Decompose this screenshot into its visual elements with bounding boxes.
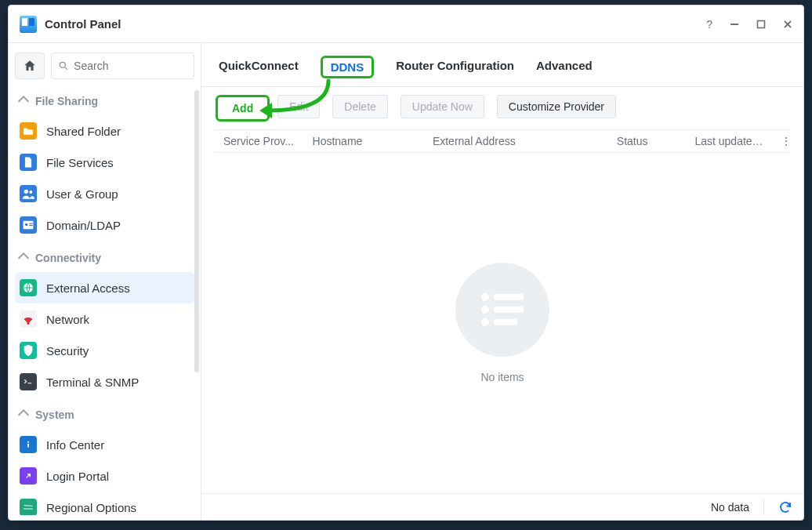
sidebar-item-network[interactable]: Network (15, 303, 194, 335)
info-icon (20, 436, 37, 453)
sidebar-item-user-group[interactable]: User & Group (15, 178, 194, 209)
svg-point-4 (29, 191, 32, 194)
sidebar-item-label: Terminal & SNMP (46, 376, 139, 389)
sidebar-item-domain-ldap[interactable]: Domain/LDAP (15, 209, 194, 241)
maximize-button[interactable] (756, 20, 766, 29)
svg-rect-22 (494, 319, 517, 325)
svg-rect-11 (23, 377, 34, 387)
sidebar-item-label: External Access (46, 281, 130, 295)
id-card-icon (20, 216, 37, 234)
section-label: Connectivity (35, 252, 101, 264)
sidebar-item-label: User & Group (46, 187, 118, 201)
col-external-address[interactable]: External Address (425, 135, 609, 147)
svg-point-16 (23, 502, 33, 512)
sidebar-item-label: File Services (46, 156, 114, 169)
close-button[interactable] (783, 20, 792, 29)
columns-menu-button[interactable]: ⋮ (773, 135, 789, 147)
window-title: Control Panel (45, 17, 121, 31)
sidebar-item-login-portal[interactable]: Login Portal (15, 460, 194, 492)
col-hostname[interactable]: Hostname (305, 135, 425, 147)
svg-point-6 (25, 223, 28, 227)
chevron-up-icon (18, 96, 29, 107)
col-status[interactable]: Status (609, 135, 687, 147)
toolbar: Add Edit Delete Update Now Customize Pro… (201, 87, 803, 129)
empty-list-icon (455, 263, 549, 357)
empty-text: No items (480, 371, 524, 383)
sidebar-item-terminal-snmp[interactable]: Terminal & SNMP (15, 366, 194, 398)
section-label: File Sharing (35, 95, 98, 107)
table-empty-state: No items (201, 153, 803, 493)
section-connectivity[interactable]: Connectivity (15, 241, 194, 272)
network-icon (20, 310, 37, 328)
svg-rect-18 (494, 294, 524, 300)
search-input[interactable] (74, 60, 187, 72)
minimize-button[interactable] (730, 20, 739, 29)
tab-quickconnect[interactable]: QuickConnect (219, 59, 299, 77)
svg-rect-1 (758, 20, 765, 27)
tab-advanced[interactable]: Advanced (536, 59, 593, 77)
sidebar-item-label: Network (46, 313, 89, 326)
sidebar-item-regional-options[interactable]: Regional Options (15, 492, 194, 515)
svg-rect-8 (29, 225, 33, 226)
tab-bar: QuickConnect DDNS Router Configuration A… (201, 43, 803, 87)
svg-point-17 (481, 293, 489, 301)
sidebar-item-file-services[interactable]: File Services (15, 147, 194, 178)
main-panel: QuickConnect DDNS Router Configuration A… (201, 43, 803, 520)
window-controls: ? (706, 19, 792, 30)
add-button[interactable]: Add (216, 95, 270, 122)
app-icon (20, 16, 37, 33)
svg-point-14 (27, 441, 29, 443)
file-icon (20, 154, 37, 171)
sidebar-item-label: Domain/LDAP (46, 219, 121, 232)
sidebar-item-shared-folder[interactable]: Shared Folder (15, 115, 194, 147)
tab-router-configuration[interactable]: Router Configuration (396, 59, 514, 77)
sidebar-item-info-center[interactable]: Info Center (15, 429, 194, 460)
sidebar-item-label: Regional Options (46, 501, 136, 514)
section-system[interactable]: System (15, 398, 194, 429)
table-footer: No data (201, 493, 803, 520)
col-last-update[interactable]: Last update ... (687, 135, 773, 147)
svg-point-19 (481, 306, 489, 314)
update-now-button[interactable]: Update Now (401, 95, 484, 118)
sidebar-item-label: Login Portal (46, 470, 109, 483)
sidebar-item-label: Info Center (46, 438, 104, 452)
svg-point-21 (481, 318, 489, 326)
svg-rect-20 (494, 307, 524, 313)
table-header: Service Prov... Hostname External Addres… (216, 129, 789, 153)
sidebar-item-external-access[interactable]: External Access (15, 272, 194, 303)
col-service-provider[interactable]: Service Prov... (216, 135, 305, 147)
globe-region-icon (20, 499, 37, 515)
footer-status: No data (711, 501, 749, 514)
chevron-up-icon (18, 252, 29, 263)
search-field[interactable] (51, 53, 194, 79)
terminal-icon (20, 373, 37, 390)
svg-point-2 (60, 62, 65, 67)
refresh-button[interactable] (778, 500, 792, 514)
delete-button[interactable]: Delete (332, 95, 387, 118)
section-label: System (35, 408, 74, 421)
folder-icon (20, 122, 37, 140)
svg-point-3 (24, 190, 28, 194)
portal-icon (20, 467, 37, 485)
globe-icon (20, 279, 37, 296)
sidebar-scrollbar[interactable] (194, 90, 199, 412)
svg-rect-13 (27, 444, 29, 448)
sidebar-item-security[interactable]: Security (15, 335, 194, 366)
chevron-up-icon (18, 409, 29, 420)
control-panel-window: Control Panel ? (8, 5, 804, 521)
sidebar-item-label: Security (46, 344, 89, 358)
section-file-sharing[interactable]: File Sharing (15, 84, 194, 115)
svg-rect-10 (27, 322, 30, 325)
sidebar-item-label: Shared Folder (46, 125, 121, 138)
tab-ddns[interactable]: DDNS (321, 56, 375, 78)
svg-rect-0 (730, 24, 738, 25)
home-button[interactable] (15, 53, 45, 79)
edit-button[interactable]: Edit (277, 95, 320, 118)
scrollbar-thumb[interactable] (194, 90, 199, 372)
users-icon (20, 185, 37, 202)
search-icon (58, 60, 69, 72)
help-icon[interactable]: ? (706, 19, 712, 30)
divider (763, 500, 764, 514)
svg-rect-7 (29, 223, 33, 224)
customize-provider-button[interactable]: Customize Provider (497, 95, 616, 118)
